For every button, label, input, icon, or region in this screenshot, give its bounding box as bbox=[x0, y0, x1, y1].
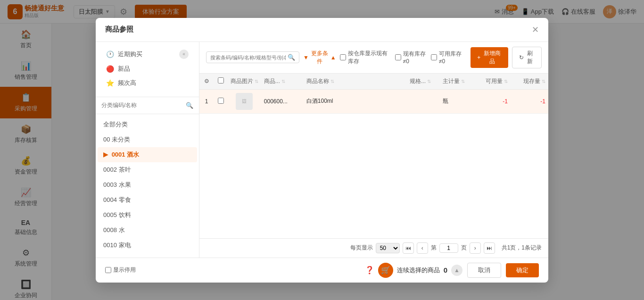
th-checkbox[interactable] bbox=[214, 74, 228, 90]
filter-button[interactable]: ▼ 更多条件 ▲ bbox=[303, 50, 336, 66]
page-first-button[interactable]: ⏮ bbox=[403, 242, 414, 254]
cat-item-0004[interactable]: 0004 零食 bbox=[98, 192, 197, 208]
row-product-code: 000600... bbox=[261, 89, 304, 113]
checkbox-avail-label: 可用库存≠0 bbox=[439, 50, 463, 65]
row-checkbox[interactable] bbox=[218, 98, 224, 104]
cart-count: 0 bbox=[444, 266, 447, 274]
refresh-button[interactable]: ↻ 刷新 bbox=[512, 47, 542, 68]
new-product-button[interactable]: + 新增商品 bbox=[471, 47, 508, 68]
confirm-button[interactable]: 确定 bbox=[506, 263, 539, 277]
modal-toolbar: 🔍 ▼ 更多条件 ▲ 按仓库显示现有库存 现有库存≠0 bbox=[199, 42, 548, 74]
page-input[interactable] bbox=[439, 243, 458, 253]
new-product-btn-label: 新增商品 bbox=[482, 50, 501, 66]
row-unit: 瓶 bbox=[440, 89, 473, 113]
page-prev-button[interactable]: ‹ bbox=[417, 242, 428, 254]
product-search-icon[interactable]: 🔍 bbox=[288, 54, 295, 61]
recent-item-frequent[interactable]: ⭐ 频次高 bbox=[101, 76, 193, 90]
cat-code-label: 00 未分类 bbox=[103, 136, 130, 143]
checkbox-nonzero-input[interactable] bbox=[395, 54, 401, 60]
checkbox-avail-stock[interactable]: 可用库存≠0 bbox=[431, 50, 463, 65]
cat-0005-label: 0005 饮料 bbox=[103, 211, 131, 218]
cat-0003-label: 0003 水果 bbox=[103, 181, 131, 188]
page-total-text: 共1页，1条记录 bbox=[502, 244, 542, 252]
modal-title: 商品参照 bbox=[105, 25, 133, 34]
cat-item-0003[interactable]: 0003 水果 bbox=[98, 177, 197, 192]
modal-footer: 显示停用 ❓ 🛒 连续选择的商品 0 ▲ 取消 确定 bbox=[96, 258, 548, 283]
recent-section: 🕐 近期购买 « 🔴 新品 ⭐ 频次高 bbox=[96, 47, 199, 94]
modal-right-panel: 🔍 ▼ 更多条件 ▲ 按仓库显示现有库存 现有库存≠0 bbox=[199, 42, 548, 258]
refresh-icon: ↻ bbox=[519, 54, 524, 61]
cat-item-00[interactable]: 00 未分类 bbox=[98, 132, 197, 147]
all-category-label: 全部分类 bbox=[103, 121, 128, 128]
th-product-spec[interactable]: 规格... bbox=[407, 74, 440, 90]
th-settings[interactable]: ⚙ bbox=[199, 74, 214, 90]
per-page-label: 每页显示 bbox=[350, 244, 373, 252]
frequent-icon: ⭐ bbox=[106, 79, 114, 87]
help-icon[interactable]: ❓ bbox=[365, 266, 374, 275]
image-icon: 🖼 bbox=[242, 99, 247, 104]
filter-label: 更多条件 bbox=[311, 50, 329, 66]
modal-close-button[interactable]: ✕ bbox=[532, 25, 539, 35]
cat-0002-label: 0002 茶叶 bbox=[103, 166, 131, 173]
row-product-name: 白酒100ml bbox=[304, 89, 407, 113]
category-search-row: 🔍 bbox=[96, 100, 199, 111]
cat-0008-label: 0008 水 bbox=[103, 226, 125, 233]
divider-1 bbox=[96, 97, 199, 97]
show-disabled-checkbox-label[interactable]: 显示停用 bbox=[105, 266, 136, 274]
category-search-input[interactable] bbox=[101, 102, 184, 108]
row-product-image: 🖼 bbox=[228, 89, 261, 113]
select-all-checkbox[interactable] bbox=[218, 77, 224, 83]
category-search-icon[interactable]: 🔍 bbox=[186, 102, 193, 109]
collapse-footer-button[interactable]: ▲ bbox=[451, 265, 462, 276]
new-product-label: 新品 bbox=[118, 65, 130, 73]
checkbox-avail-input[interactable] bbox=[431, 54, 437, 60]
th-unit[interactable]: 主计量 bbox=[440, 74, 473, 90]
recent-item-new[interactable]: 🔴 新品 bbox=[101, 62, 193, 76]
th-avail-qty[interactable]: 可用量 bbox=[473, 74, 511, 90]
cart-icon-button[interactable]: 🛒 bbox=[378, 263, 393, 278]
category-list: 全部分类 00 未分类 ▶ 0001 酒水 0002 茶叶 0003 水果 bbox=[96, 117, 199, 253]
cat-item-0005[interactable]: 0005 饮料 bbox=[98, 208, 197, 223]
th-stock-qty[interactable]: 现存量 bbox=[511, 74, 548, 90]
recent-buy-label: 近期购买 bbox=[118, 50, 142, 58]
collapse-left-button[interactable]: « bbox=[179, 50, 189, 59]
modal-overlay: 商品参照 ✕ 🕐 近期购买 « 🔴 新品 ⭐ bbox=[0, 0, 644, 300]
product-table: ⚙ 商品图片 商品... 商品名称 规格... 主计量 可用量 bbox=[199, 74, 548, 114]
filter-icon: ▼ bbox=[303, 54, 309, 61]
product-reference-modal: 商品参照 ✕ 🕐 近期购买 « 🔴 新品 ⭐ bbox=[96, 18, 548, 283]
row-checkbox-cell[interactable] bbox=[214, 89, 228, 113]
product-search-input[interactable] bbox=[210, 55, 286, 60]
plus-icon: + bbox=[477, 54, 480, 61]
product-table-area: ⚙ 商品图片 商品... 商品名称 规格... 主计量 可用量 bbox=[199, 74, 548, 238]
per-page-select[interactable]: 50 100 200 bbox=[376, 243, 400, 253]
continuous-label: 连续选择的商品 bbox=[397, 266, 440, 275]
page-last-button[interactable]: ⏭ bbox=[484, 242, 495, 254]
divider-2 bbox=[96, 114, 199, 114]
cat-item-0002[interactable]: 0002 茶叶 bbox=[98, 162, 197, 177]
page-label: 第 bbox=[431, 244, 437, 252]
cat-0004-label: 0004 零食 bbox=[103, 196, 131, 203]
row-product-spec bbox=[407, 89, 440, 113]
cart-area: ❓ 🛒 连续选择的商品 0 ▲ bbox=[365, 263, 462, 278]
checkbox-nonzero-stock[interactable]: 现有库存≠0 bbox=[395, 50, 427, 65]
cat-item-all[interactable]: 全部分类 bbox=[98, 117, 197, 132]
checkbox-warehouse-input[interactable] bbox=[340, 54, 346, 60]
checkbox-warehouse-stock[interactable]: 按仓库显示现有库存 bbox=[340, 50, 391, 66]
pagination-row: 每页显示 50 100 200 ⏮ ‹ 第 页 › ⏭ 共1页，1条记录 bbox=[199, 238, 548, 258]
th-product-image[interactable]: 商品图片 bbox=[228, 74, 261, 90]
cat-item-0001[interactable]: ▶ 0001 酒水 bbox=[98, 147, 197, 162]
show-disabled-checkbox[interactable] bbox=[105, 267, 111, 273]
cancel-button[interactable]: 取消 bbox=[467, 263, 501, 278]
show-disabled-label: 显示停用 bbox=[113, 266, 136, 274]
table-row[interactable]: 1 🖼 000600... 白酒100ml bbox=[199, 89, 548, 113]
recent-item-recent-buy[interactable]: 🕐 近期购买 « bbox=[101, 47, 193, 62]
th-product-name[interactable]: 商品名称 bbox=[304, 74, 407, 90]
th-product-code[interactable]: 商品... bbox=[261, 74, 304, 90]
cat-item-0008[interactable]: 0008 水 bbox=[98, 223, 197, 238]
row-avail-qty: -1 bbox=[473, 89, 511, 113]
page-next-button[interactable]: › bbox=[470, 242, 481, 254]
product-img-placeholder: 🖼 bbox=[236, 93, 253, 110]
settings-icon: ⚙ bbox=[204, 78, 209, 84]
cat-item-0010[interactable]: 0010 家电 bbox=[98, 238, 197, 253]
modal-body: 🕐 近期购买 « 🔴 新品 ⭐ 频次高 🔍 bbox=[96, 42, 548, 258]
